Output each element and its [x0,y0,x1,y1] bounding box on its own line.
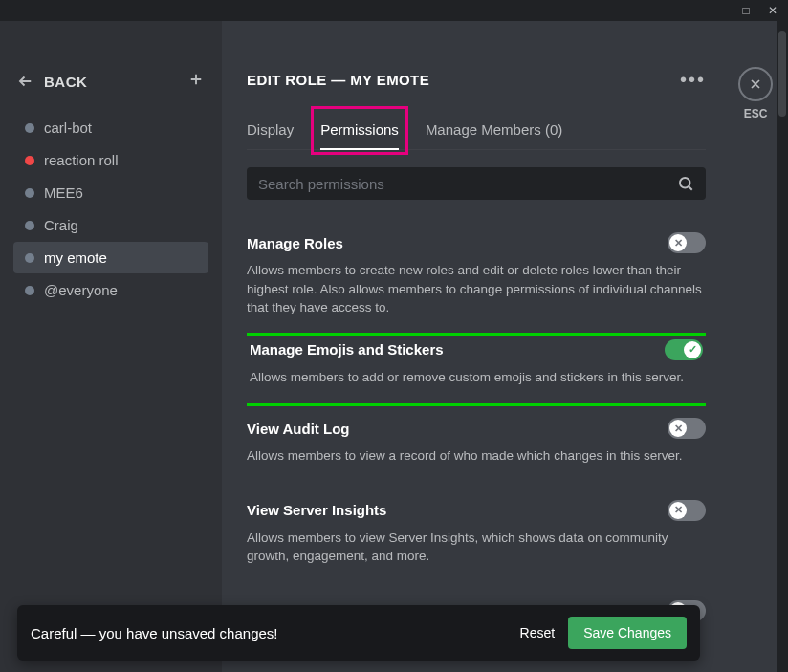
role-name-label: Craig [44,217,78,233]
sidebar-role-item[interactable]: reaction roll [13,144,208,176]
window-close-button[interactable]: ✕ [759,0,786,21]
role-color-dot [25,286,34,295]
permission-description: Allows members to view a record of who m… [247,446,706,466]
sidebar-role-item[interactable]: carl-bot [13,112,208,143]
role-name-label: my emote [44,249,107,266]
scrollbar-thumb[interactable] [778,31,786,117]
plus-icon [187,71,205,88]
search-permissions-field[interactable] [247,167,706,200]
role-color-dot [25,221,34,230]
save-changes-button[interactable]: Save Changes [568,617,687,649]
svg-point-0 [680,178,690,188]
check-icon [684,341,701,358]
tab-permissions[interactable]: Permissions [320,110,399,149]
x-icon [669,502,687,519]
sidebar-role-item[interactable]: my emote [13,242,208,273]
role-name-label: reaction roll [44,152,119,168]
arrow-left-icon [17,73,34,90]
role-color-dot [25,123,34,133]
unsaved-changes-bar: Careful — you have unsaved changes! Rese… [17,605,700,661]
permission-description: Allows members to create new roles and e… [247,261,706,317]
roles-sidebar: BACK carl-botreaction rollMEE6Craigmy em… [0,21,222,672]
permission-title: Manage Roles [247,235,343,251]
role-name-label: MEE6 [44,184,83,201]
sidebar-role-item[interactable]: MEE6 [13,177,208,208]
back-label: BACK [44,74,87,90]
back-button[interactable]: BACK [17,73,87,90]
permission-toggle[interactable] [668,418,706,439]
role-name-label: carl-bot [44,119,92,136]
permission-title: View Audit Log [247,421,350,437]
more-options-button[interactable]: ••• [680,69,706,91]
permission-title: View Server Insights [247,502,386,518]
close-icon [748,76,763,92]
permission-description: Allows members to view Server Insights, … [247,529,706,566]
role-name-label: @everyone [44,282,118,298]
reset-button[interactable]: Reset [520,625,556,640]
tab-manage-members[interactable]: Manage Members (0) [426,110,562,149]
permission-title: Manage Emojis and Stickers [250,341,444,358]
role-color-dot [25,188,34,198]
role-color-dot [25,253,34,263]
esc-label: ESC [744,107,768,120]
permission-item: View Audit LogAllows members to view a r… [247,402,706,485]
permissions-list: Manage RolesAllows members to create new… [247,217,706,638]
x-icon [669,420,687,437]
role-color-dot [25,156,34,165]
permission-item: Manage RolesAllows members to create new… [247,217,706,336]
add-role-button[interactable] [187,69,205,94]
permission-item: Manage Emojis and StickersAllows members… [247,333,706,407]
x-icon [669,234,687,251]
main-panel: EDIT ROLE — MY EMOTE ••• ESC Display Per… [222,21,788,672]
permission-item: View Server InsightsAllows members to vi… [247,485,706,585]
search-icon [677,175,694,192]
scrollbar[interactable] [777,21,788,672]
unsaved-changes-text: Careful — you have unsaved changes! [31,625,278,641]
sidebar-role-item[interactable]: @everyone [13,274,208,306]
permission-description: Allows members to add or remove custom e… [250,368,703,387]
page-title: EDIT ROLE — MY EMOTE [247,72,429,88]
search-input[interactable] [258,176,677,192]
window-maximize-button[interactable]: □ [733,0,759,21]
sidebar-role-item[interactable]: Craig [13,209,208,241]
tabs: Display Permissions Manage Members (0) [247,110,706,150]
permission-toggle[interactable] [668,500,706,521]
tab-display[interactable]: Display [247,110,294,149]
window-titlebar: — □ ✕ [0,0,788,21]
permission-toggle[interactable] [668,232,706,253]
permission-toggle[interactable] [665,339,703,360]
window-minimize-button[interactable]: — [706,0,733,21]
close-button[interactable] [738,67,773,101]
